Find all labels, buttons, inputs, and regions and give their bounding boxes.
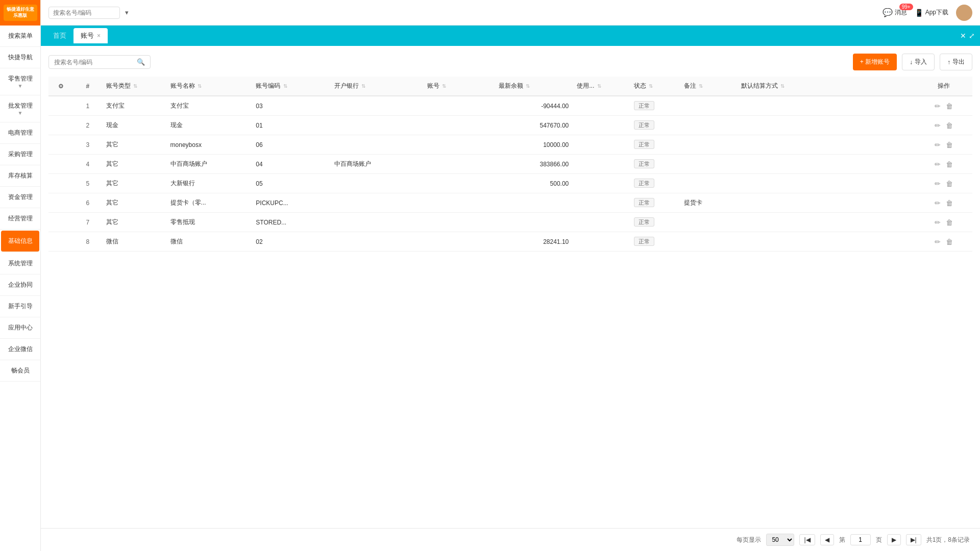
export-button[interactable]: ↑ 导出 [940,54,972,70]
row-code: 01 [252,116,330,135]
col-type-header[interactable]: 账号类型 ⇅ [102,77,166,96]
import-button[interactable]: ↓ 导入 [902,54,935,70]
row-type: 微信 [102,232,166,252]
row-balance [495,193,573,213]
col-usage-header[interactable]: 使用... ⇅ [573,77,630,96]
sort-icon: ⇅ [597,83,601,89]
delete-button[interactable]: 🗑 [946,238,953,246]
row-status: 正常 [630,96,680,116]
row-note [680,116,737,135]
table-row: 5 其它 大新银行 05 500.00 正常 ✏ 🗑 [48,174,972,193]
sidebar-item-shortcut-nav[interactable]: 快捷导航 [0,47,40,68]
row-settings-cell [48,116,74,135]
col-note-header[interactable]: 备注 ⇅ [680,77,737,96]
toolbar-right: + 新增账号 ↓ 导入 ↑ 导出 [853,54,972,70]
row-actions: ✏ 🗑 [915,174,972,193]
page-label: 第 [839,536,845,544]
row-usage [573,155,630,174]
sidebar-item-retail-manage[interactable]: 零售管理 ▼ [0,68,40,95]
sidebar-item-ops-manage[interactable]: 经营管理 [0,208,40,230]
edit-button[interactable]: ✏ [935,218,941,227]
edit-button[interactable]: ✏ [935,199,941,207]
sort-icon: ⇅ [442,83,446,89]
next-page-button[interactable]: ▶ [887,534,901,545]
tab-close-icon[interactable]: × [97,32,101,39]
col-account-header[interactable]: 账号 ⇅ [423,77,495,96]
col-default-header[interactable]: 默认结算方式 ⇅ [737,77,915,96]
sidebar-item-purchase-manage[interactable]: 采购管理 [0,144,40,165]
tab-expand-icon[interactable]: ⤢ [969,32,975,40]
delete-button[interactable]: 🗑 [946,141,953,149]
table-row: 8 微信 微信 02 28241.10 正常 ✏ 🗑 [48,232,972,252]
sidebar-item-ecom-manage[interactable]: 电商管理 [0,122,40,144]
edit-button[interactable]: ✏ [935,238,941,246]
message-button[interactable]: 💬 消息 99+ [883,8,907,17]
search-box[interactable]: 🔍 [48,55,151,69]
sidebar-item-inventory[interactable]: 库存核算 [0,165,40,187]
edit-button[interactable]: ✏ [935,180,941,188]
main-area: ▾ 💬 消息 99+ 📱 App下载 首页 账号 × ✕ ⤢ [41,0,980,551]
row-status: 正常 [630,213,680,232]
row-num: 3 [74,135,102,155]
row-note [680,135,737,155]
top-search-input[interactable] [53,9,115,16]
delete-button[interactable]: 🗑 [946,180,953,188]
page-size-select[interactable]: 50 20 100 [766,534,794,546]
row-code: 06 [252,135,330,155]
sidebar-item-basic-info[interactable]: 基础信息 [1,231,39,252]
sidebar-item-sys-manage[interactable]: 系统管理 [0,253,40,274]
sidebar-item-fund-manage[interactable]: 资金管理 [0,187,40,208]
tab-home[interactable]: 首页 [46,28,74,43]
table-body: 1 支付宝 支付宝 03 -90444.00 正常 ✏ 🗑 2 现金 现金 01… [48,96,972,252]
col-status-header[interactable]: 状态 ⇅ [630,77,680,96]
sidebar-item-corp-agreement[interactable]: 企业协同 [0,274,40,296]
status-badge: 正常 [634,159,654,168]
sidebar-item-app-center[interactable]: 应用中心 [0,317,40,339]
col-name-header[interactable]: 账号名称 ⇅ [166,77,252,96]
row-usage [573,193,630,213]
top-search-box[interactable] [48,7,120,19]
tab-account[interactable]: 账号 × [74,28,108,43]
col-settings[interactable]: ⚙ [48,77,74,96]
sidebar-item-wholesale-manage[interactable]: 批发管理 ▼ [0,95,40,122]
prev-page-button[interactable]: ◀ [820,534,834,545]
delete-button[interactable]: 🗑 [946,218,953,227]
search-icon[interactable]: 🔍 [137,58,145,66]
edit-button[interactable]: ✏ [935,141,941,149]
dropdown-arrow-icon[interactable]: ▾ [125,9,129,16]
delete-button[interactable]: 🗑 [946,102,953,110]
row-name: 中百商场账户 [166,155,252,174]
add-account-button[interactable]: + 新增账号 [853,54,897,70]
last-page-button[interactable]: ▶| [906,534,921,545]
delete-button[interactable]: 🗑 [946,121,953,130]
app-download-button[interactable]: 📱 App下载 [915,8,948,17]
delete-button[interactable]: 🗑 [946,160,953,168]
col-num: # [74,77,102,96]
row-num: 4 [74,155,102,174]
search-input[interactable] [54,59,134,66]
edit-button[interactable]: ✏ [935,160,941,168]
delete-button[interactable]: 🗑 [946,199,953,207]
settings-icon[interactable]: ⚙ [58,83,64,90]
col-bank-header[interactable]: 开户银行 ⇅ [330,77,423,96]
sidebar-item-corp-wechat[interactable]: 企业微信 [0,339,40,360]
edit-button[interactable]: ✏ [935,121,941,130]
app-download-label: App下载 [925,8,948,17]
first-page-button[interactable]: |◀ [799,534,815,545]
row-balance: 383866.00 [495,155,573,174]
sidebar: 畅捷通好生意 乐惠版 搜索菜单 快捷导航 零售管理 ▼ 批发管理 ▼ 电商管理 … [0,0,41,551]
user-avatar[interactable] [956,5,972,21]
status-badge: 正常 [634,179,654,188]
logo: 畅捷通好生意 乐惠版 [4,5,37,21]
col-code-header[interactable]: 账号编码 ⇅ [252,77,330,96]
row-settings-cell [48,155,74,174]
tab-close-all-icon[interactable]: ✕ [960,32,966,40]
sidebar-item-search-menu[interactable]: 搜索菜单 [0,26,40,47]
sidebar-item-member[interactable]: 畅会员 [0,360,40,382]
row-default-method [737,193,915,213]
row-type: 其它 [102,174,166,193]
sidebar-item-new-guide[interactable]: 新手引导 [0,296,40,317]
edit-button[interactable]: ✏ [935,102,941,110]
col-balance-header[interactable]: 最新余额 ⇅ [495,77,573,96]
page-input[interactable] [850,534,871,545]
